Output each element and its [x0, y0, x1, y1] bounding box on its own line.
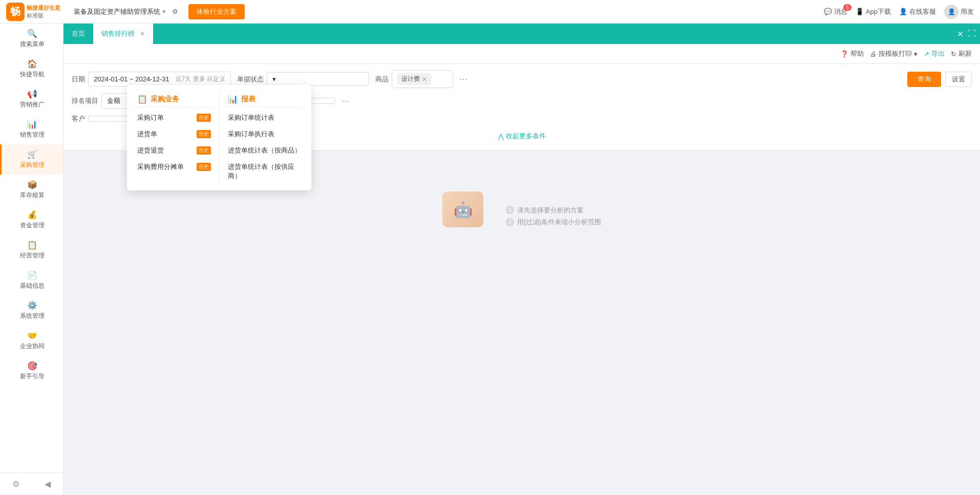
history-badge-2: 历史: [197, 130, 211, 138]
logo-area: 畅 畅捷通好生意 标准版: [6, 3, 70, 21]
print-arrow-icon: ▾: [914, 50, 918, 58]
service-icon: 👤: [899, 8, 907, 15]
sidebar-item-purchase[interactable]: 🛒 采购管理: [0, 144, 63, 175]
tab-home[interactable]: 首页: [63, 24, 93, 44]
app-download-label: App下载: [866, 7, 891, 16]
tab-bar: 首页 销售排行榜 ✕ ✕ ⛶: [63, 24, 980, 44]
app-container: 畅 畅捷通好生意 标准版 装备及固定资产辅助管理系统 ▾ ⚙ 体验行业方案 💬 …: [0, 0, 980, 495]
goods-tag: 设计费 ✕: [397, 73, 431, 85]
date-filter: 日期 2024-01-01 ~ 2024-12-31 近7天 更多 自定义: [72, 72, 231, 87]
tab-home-label: 首页: [72, 29, 85, 38]
date-shortcuts: 近7天 更多 自定义: [176, 75, 225, 83]
sidebar-bottom: ⚙ ◀: [0, 472, 63, 495]
menu-item-purchase-order[interactable]: 采购订单 历史: [133, 110, 215, 126]
tab-close-icon[interactable]: ✕: [140, 30, 145, 37]
menu-item-incoming[interactable]: 进货单 历史: [133, 126, 215, 142]
sidebar-label-operation: 经营管理: [20, 251, 45, 260]
sidebar-item-sales[interactable]: 📊 销售管理: [0, 114, 63, 144]
sidebar-item-basic[interactable]: 📄 基础信息: [0, 265, 63, 295]
logo-line2: 标准版: [27, 12, 60, 19]
report-section-icon: 📊: [228, 94, 238, 104]
print-button[interactable]: 🖨 按模板打印 ▾: [870, 49, 918, 58]
salesperson-more-icon[interactable]: ⋯: [342, 96, 350, 106]
user-menu-button[interactable]: 👤 用友: [944, 5, 974, 19]
query-button[interactable]: 查询: [907, 72, 941, 87]
menu-item-return[interactable]: 进货退货 历史: [133, 142, 215, 159]
tab-sales-rank[interactable]: 销售排行榜 ✕: [93, 24, 153, 44]
purchase-icon: 🛒: [27, 149, 37, 159]
robot-illustration: 🤖: [442, 191, 483, 227]
menu-item-order-stats[interactable]: 采购订单统计表: [224, 110, 306, 126]
online-service-button[interactable]: 👤 在线客服: [899, 7, 936, 16]
sidebar-item-nav[interactable]: 🏠 快捷导航: [0, 54, 63, 84]
menu-item-expense[interactable]: 采购费用分摊单 历史: [133, 159, 215, 175]
sidebar-item-operation[interactable]: 📋 经营管理: [0, 235, 63, 265]
purchase-section-title: 📋 采购业务: [133, 91, 215, 107]
hint-num-2: 2: [506, 218, 514, 226]
order-exec-label: 采购订单执行表: [228, 130, 274, 139]
logo-text: 畅捷通好生意 标准版: [27, 4, 60, 19]
sidebar-collapse-icon[interactable]: ◀: [45, 479, 51, 489]
goods-label: 商品: [375, 75, 389, 84]
report-section-label: 报表: [241, 95, 255, 104]
sidebar-item-marketing[interactable]: 📢 营销推广: [0, 84, 63, 114]
sidebar-label-search: 搜索菜单: [20, 40, 45, 49]
refresh-label: 刷新: [958, 49, 972, 58]
goods-filter: 商品 设计费 ✕: [375, 70, 453, 88]
goods-tag-remove[interactable]: ✕: [422, 76, 427, 83]
refresh-button[interactable]: ↻ 刷新: [951, 49, 972, 58]
top-right: 💬 消息 6 📱 App下载 👤 在线客服 👤 用友: [824, 5, 974, 19]
menu-item-supplier-stats[interactable]: 进货单统计表（按供应商）: [224, 159, 306, 184]
home-icon: 🏠: [27, 59, 37, 69]
main-area: 🔍 搜索菜单 🏠 快捷导航 📢 营销推广 📊 销售管理 🛒 采购管理 📦: [0, 24, 980, 495]
sidebar-item-inventory[interactable]: 📦 库存核算: [0, 175, 63, 205]
report-section-title: 📊 报表: [224, 91, 306, 107]
purchase-section: 📋 采购业务 采购订单 历史 进货单 历史 进货退货: [133, 91, 215, 184]
date-input[interactable]: 2024-01-01 ~ 2024-12-31 近7天 更多 自定义: [88, 72, 231, 87]
collapse-up-icon: ⋀: [498, 133, 504, 140]
voucher-status-input[interactable]: ▾: [267, 72, 369, 86]
return-label: 进货退货: [137, 146, 164, 155]
help-button[interactable]: ❓ 帮助: [840, 49, 864, 58]
system-icon: ⚙️: [27, 300, 37, 310]
tab-bar-right: ✕ ⛶: [957, 29, 980, 39]
inventory-icon: 📦: [27, 180, 37, 189]
rank-label: 排名项目: [72, 96, 98, 105]
filter-actions: 查询 设置: [907, 72, 972, 87]
menu-item-order-exec[interactable]: 采购订单执行表: [224, 126, 306, 142]
print-label: 按模板打印: [879, 49, 912, 58]
sidebar-label-purchase: 采购管理: [20, 161, 45, 169]
goods-more-icon[interactable]: ⋯: [459, 74, 467, 84]
help-label: 帮助: [850, 49, 864, 58]
settings-button[interactable]: 设置: [945, 72, 972, 87]
menu-divider: [219, 91, 220, 184]
sidebar-item-finance[interactable]: 💰 资金管理: [0, 205, 63, 235]
message-icon: 💬: [824, 8, 832, 15]
system-title: 装备及固定资产辅助管理系统: [74, 7, 160, 16]
message-button[interactable]: 💬 消息 6: [824, 7, 847, 16]
empty-hint-1: 1 请先选择要分析的方案: [506, 204, 601, 216]
goods-input[interactable]: 设计费 ✕: [392, 70, 453, 88]
sales-icon: 📊: [27, 119, 37, 129]
menu-item-goods-stats[interactable]: 进货单统计表（按商品）: [224, 142, 306, 159]
history-badge-4: 历史: [197, 163, 211, 171]
sidebar-item-search[interactable]: 🔍 搜索菜单: [0, 24, 63, 54]
export-label: 导出: [931, 49, 945, 58]
collapse-label: 收起更多条件: [506, 132, 546, 141]
sidebar-item-collab[interactable]: 🤝 企业协同: [0, 326, 63, 356]
tab-close-btn[interactable]: ✕: [957, 29, 964, 39]
industry-button[interactable]: 体验行业方案: [188, 4, 245, 19]
date-label: 日期: [72, 75, 85, 84]
purchase-section-label: 采购业务: [151, 95, 179, 104]
sidebar-item-guide[interactable]: 🎯 新手引导: [0, 356, 63, 386]
tab-maximize-btn[interactable]: ⛶: [968, 29, 976, 38]
export-button[interactable]: ↗ 导出: [924, 49, 945, 58]
sidebar-item-system[interactable]: ⚙️ 系统管理: [0, 295, 63, 326]
customer-label: 客户: [72, 114, 85, 123]
report-section: 📊 报表 采购订单统计表 采购订单执行表 进货单统计表（按商品）: [224, 91, 306, 184]
settings-icon[interactable]: ⚙: [168, 5, 182, 19]
app-download-button[interactable]: 📱 App下载: [856, 7, 891, 16]
content-area: 首页 销售排行榜 ✕ ✕ ⛶ ❓ 帮助: [63, 24, 980, 495]
empty-text: 1 请先选择要分析的方案 2 用[过滤]条件来缩小分析范围: [506, 204, 601, 228]
bottom-settings-icon[interactable]: ⚙: [12, 479, 19, 489]
